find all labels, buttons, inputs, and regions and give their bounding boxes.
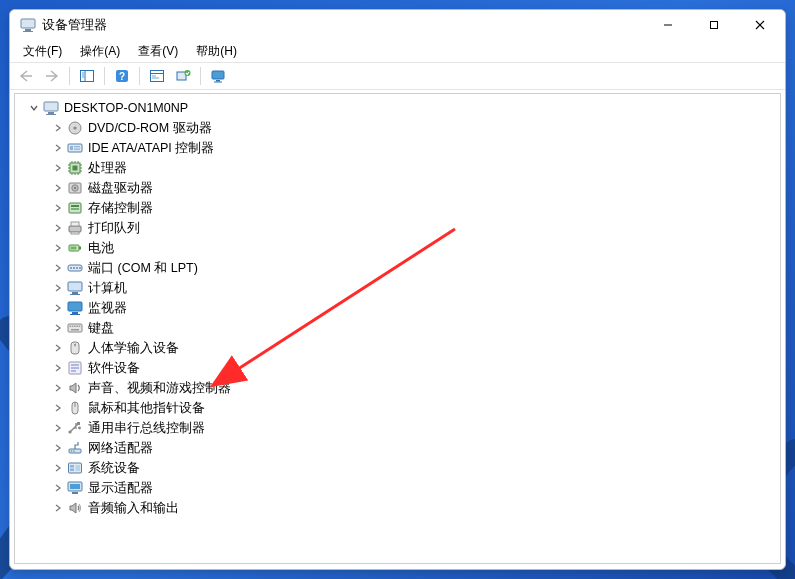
caret-right-icon[interactable]	[51, 281, 65, 295]
svg-rect-54	[71, 247, 77, 250]
toolbar-separator	[104, 67, 105, 85]
tree-item-ports[interactable]: 端口 (COM 和 LPT)	[15, 258, 780, 278]
menu-action[interactable]: 操作(A)	[73, 41, 127, 62]
tree-item-software[interactable]: 软件设备	[15, 358, 780, 378]
menu-file[interactable]: 文件(F)	[16, 41, 69, 62]
svg-rect-18	[216, 80, 220, 82]
tree-item-dvd[interactable]: DVD/CD-ROM 驱动器	[15, 118, 780, 138]
caret-right-icon[interactable]	[51, 121, 65, 135]
tree-item-label: 端口 (COM 和 LPT)	[87, 260, 198, 277]
svg-rect-71	[79, 326, 81, 328]
tree-item-battery[interactable]: 电池	[15, 238, 780, 258]
keyboard-icon	[67, 320, 83, 336]
caret-right-icon[interactable]	[51, 401, 65, 415]
caret-right-icon[interactable]	[51, 501, 65, 515]
mouse-icon	[67, 400, 83, 416]
tree-item-label: 鼠标和其他指针设备	[87, 400, 205, 417]
svg-rect-20	[44, 102, 58, 111]
tree-item-label: DVD/CD-ROM 驱动器	[87, 120, 212, 137]
tree-item-display[interactable]: 显示适配器	[15, 478, 780, 498]
svg-rect-65	[70, 314, 80, 315]
tree-item-sound[interactable]: 声音、视频和游戏控制器	[15, 378, 780, 398]
help-button[interactable]: ?	[110, 65, 134, 87]
maximize-button[interactable]	[691, 10, 737, 40]
tree-item-printq[interactable]: 打印队列	[15, 218, 780, 238]
caret-down-icon[interactable]	[27, 101, 41, 115]
tree-root-row[interactable]: DESKTOP-ON1M0NP	[15, 98, 780, 118]
scan-hardware-button[interactable]	[171, 65, 195, 87]
tree-item-label: 通用串行总线控制器	[87, 420, 205, 437]
svg-rect-67	[70, 326, 72, 328]
svg-point-58	[76, 267, 78, 269]
caret-right-icon[interactable]	[51, 241, 65, 255]
tree-item-label: 存储控制器	[87, 200, 153, 217]
tree-item-label: IDE ATA/ATAPI 控制器	[87, 140, 214, 157]
computer-icon	[67, 280, 83, 296]
caret-right-icon[interactable]	[51, 181, 65, 195]
caret-right-icon[interactable]	[51, 381, 65, 395]
svg-point-45	[74, 187, 76, 189]
caret-right-icon[interactable]	[51, 301, 65, 315]
tree-item-hid[interactable]: 人体学输入设备	[15, 338, 780, 358]
caret-right-icon[interactable]	[51, 221, 65, 235]
svg-rect-92	[70, 484, 80, 489]
svg-rect-64	[72, 312, 78, 314]
tree-item-mouse[interactable]: 鼠标和其他指针设备	[15, 398, 780, 418]
svg-point-86	[73, 450, 75, 452]
close-button[interactable]	[737, 10, 783, 40]
svg-rect-61	[72, 292, 78, 294]
back-button[interactable]	[14, 65, 38, 87]
tree-item-usb[interactable]: 通用串行总线控制器	[15, 418, 780, 438]
tree-item-ide[interactable]: IDE ATA/ATAPI 控制器	[15, 138, 780, 158]
tree-item-audioio[interactable]: 音频输入和输出	[15, 498, 780, 518]
svg-rect-74	[74, 344, 75, 347]
minimize-button[interactable]	[645, 10, 691, 40]
tree-item-label: 人体学输入设备	[87, 340, 179, 357]
caret-right-icon[interactable]	[51, 321, 65, 335]
tree-item-network[interactable]: 网络适配器	[15, 438, 780, 458]
svg-rect-28	[74, 149, 80, 150]
tree-item-label: 软件设备	[87, 360, 140, 377]
caret-right-icon[interactable]	[51, 141, 65, 155]
caret-right-icon[interactable]	[51, 461, 65, 475]
caret-right-icon[interactable]	[51, 481, 65, 495]
tree-item-computer[interactable]: 计算机	[15, 278, 780, 298]
caret-right-icon[interactable]	[51, 341, 65, 355]
ide-icon	[67, 140, 83, 156]
caret-right-icon[interactable]	[51, 201, 65, 215]
tree-item-cpu[interactable]: 处理器	[15, 158, 780, 178]
hid-icon	[67, 340, 83, 356]
tree-item-label: 音频输入和输出	[87, 500, 179, 517]
tree-item-keyboard[interactable]: 键盘	[15, 318, 780, 338]
svg-rect-60	[68, 282, 82, 291]
usb-icon	[67, 420, 83, 436]
caret-right-icon[interactable]	[51, 261, 65, 275]
tree-item-label: 磁盘驱动器	[87, 180, 153, 197]
ports-icon	[67, 260, 83, 276]
menu-help[interactable]: 帮助(H)	[189, 41, 244, 62]
tree-item-monitor[interactable]: 监视器	[15, 298, 780, 318]
show-hide-tree-button[interactable]	[75, 65, 99, 87]
svg-rect-21	[48, 112, 54, 114]
monitor-button[interactable]	[206, 65, 230, 87]
caret-right-icon[interactable]	[51, 441, 65, 455]
caret-right-icon[interactable]	[51, 421, 65, 435]
tree-item-disk[interactable]: 磁盘驱动器	[15, 178, 780, 198]
svg-rect-27	[74, 146, 80, 147]
caret-right-icon[interactable]	[51, 161, 65, 175]
svg-rect-66	[68, 324, 82, 332]
tree-item-storage[interactable]: 存储控制器	[15, 198, 780, 218]
caret-right-icon[interactable]	[51, 361, 65, 375]
tree-item-system[interactable]: 系统设备	[15, 458, 780, 478]
printq-icon	[67, 220, 83, 236]
svg-text:?: ?	[119, 71, 125, 82]
tree-item-label: 网络适配器	[87, 440, 153, 457]
svg-rect-19	[214, 82, 222, 83]
forward-button[interactable]	[40, 65, 64, 87]
svg-rect-78	[71, 370, 76, 372]
svg-rect-47	[71, 205, 79, 207]
tree-item-label: 打印队列	[87, 220, 140, 237]
properties-button[interactable]	[145, 65, 169, 87]
menu-view[interactable]: 查看(V)	[131, 41, 185, 62]
device-tree-panel[interactable]: DESKTOP-ON1M0NP DVD/CD-ROM 驱动器IDE ATA/AT…	[14, 93, 781, 564]
